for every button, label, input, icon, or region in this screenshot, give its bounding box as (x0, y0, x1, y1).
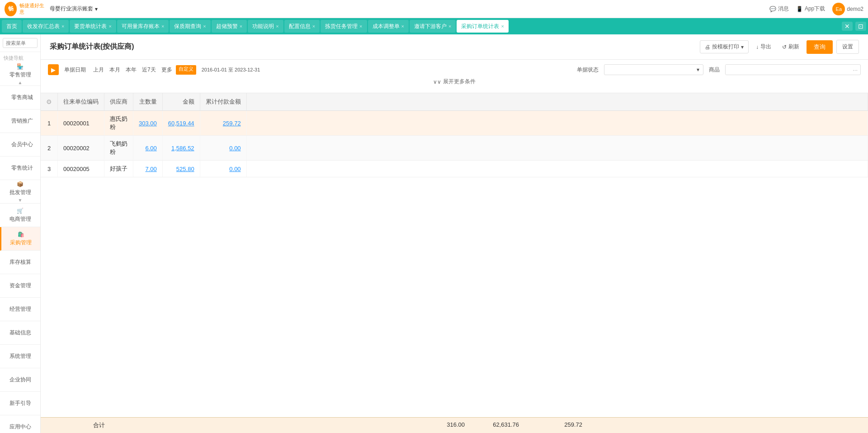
query-label: 查询 (814, 43, 826, 50)
inventory-check-label: 库存核算 (9, 258, 31, 266)
tab-overstock-close[interactable]: × (240, 24, 242, 29)
sidebar-item-enterprise-coop[interactable]: 企业协同 (0, 368, 40, 392)
filter-collapse-btn[interactable]: ▶ (48, 64, 59, 75)
tab-receive-send-label: 收发存汇总表 (27, 23, 60, 30)
shortcut-last-month[interactable]: 上月 (91, 65, 106, 75)
sidebar-item-member-center[interactable]: 会员中心 (0, 133, 40, 157)
goods-input[interactable] (726, 65, 850, 75)
row-amount[interactable]: 525.80 (162, 161, 200, 177)
sidebar-item-inventory-check[interactable]: 库存核算 (0, 251, 40, 274)
sidebar-item-basic-info[interactable]: 基础信息 (0, 321, 40, 345)
tab-purchase-stat-close[interactable]: × (501, 24, 504, 29)
custom-tag[interactable]: 自定义 (176, 65, 196, 75)
table-wrapper[interactable]: ⚙ 往来单位编码 供应商 主数量 金额 累计付款金额 1 00020001 惠氏… (41, 93, 868, 417)
gear-icon[interactable]: ⚙ (46, 98, 52, 105)
tab-expiry-query-label: 保质期查询 (174, 23, 201, 30)
search-input[interactable] (3, 38, 38, 48)
sidebar-item-app-center[interactable]: 应用中心 (0, 415, 40, 433)
refresh-button[interactable]: ↺ 刷新 (778, 41, 803, 53)
message-btn[interactable]: 💬 消息 (769, 5, 789, 13)
status-dropdown-icon (697, 67, 699, 73)
tab-inventory-book[interactable]: 可用量库存账本 × (117, 20, 169, 33)
nav-close-btn[interactable]: ✕ (842, 22, 853, 31)
tab-config-info-close[interactable]: × (312, 24, 315, 29)
collapse-icon: ▶ (51, 67, 56, 73)
user-btn[interactable]: Ea demo2 (832, 3, 863, 15)
tab-expiry-query[interactable]: 保质期查询 × (170, 20, 210, 33)
tab-home[interactable]: 首页 (2, 20, 22, 33)
tab-expiry-query-close[interactable]: × (203, 24, 206, 29)
sidebar-item-ecom-mgmt[interactable]: 🛒 电商管理 (0, 204, 40, 227)
logo-text: 畅捷通好生意 (19, 3, 45, 14)
app-download-btn[interactable]: 📱 App下载 (796, 5, 825, 13)
sidebar-item-finance-mgmt[interactable]: 资金管理 (0, 274, 40, 298)
member-center-label: 会员中心 (11, 141, 33, 148)
row-qty[interactable]: 7.00 (133, 161, 163, 177)
workspace-selector[interactable]: 母婴行业演示账套 (50, 5, 765, 13)
retail-stat-label: 零售统计 (11, 164, 33, 172)
ecom-mgmt-label: 电商管理 (9, 215, 31, 223)
sidebar-item-marketing[interactable]: 营销推广 (0, 109, 40, 133)
tab-config-info-label: 配置信息 (289, 23, 311, 30)
sidebar-item-purchase-mgmt[interactable]: 🛍️ 采购管理 (0, 227, 40, 251)
row-paid[interactable]: 0.00 (200, 136, 246, 161)
tab-receive-send-close[interactable]: × (61, 24, 64, 29)
tab-cost-adjust[interactable]: 成本调整单 × (368, 20, 409, 33)
table-row: 1 00020001 惠氏奶粉 303.00 60,519.44 259.72 (41, 111, 868, 136)
shortcut-this-month[interactable]: 本月 (108, 65, 122, 75)
nav-right-icons: ✕ ⊡ (842, 22, 866, 31)
sidebar-item-retail-store[interactable]: 零售商城 (0, 86, 40, 109)
tab-func-desc[interactable]: 功能说明 × (248, 20, 283, 33)
goods-label: 商品 (709, 66, 720, 74)
sidebar: 快捷导航 🏪 零售管理 ▲ 零售商城 营销推广 会员中心 零售统计 📦 批发管理… (0, 34, 41, 433)
tab-func-desc-close[interactable]: × (276, 24, 278, 29)
col-amount: 金额 (162, 93, 200, 111)
print-button[interactable]: 🖨 按模板打印 (700, 40, 749, 53)
status-select[interactable] (604, 64, 703, 75)
row-amount[interactable]: 1,586.52 (162, 136, 200, 161)
goods-input-more-icon[interactable]: ··· (850, 67, 860, 73)
row-qty[interactable]: 303.00 (133, 111, 163, 136)
row-amount[interactable]: 60,519.44 (162, 111, 200, 136)
sidebar-item-new-guide[interactable]: 新手引导 (0, 392, 40, 415)
wholesale-mgmt-label: 批发管理 (9, 189, 31, 196)
row-extra (246, 111, 868, 136)
tab-pick-task[interactable]: 拣货任务管理 × (321, 20, 367, 33)
row-paid[interactable]: 0.00 (200, 161, 246, 177)
settings-label: 设置 (842, 43, 853, 50)
shortcut-more[interactable]: 更多 (160, 65, 174, 75)
sidebar-item-ops-mgmt[interactable]: 经营管理 (0, 298, 40, 321)
sidebar-item-retail-mgmt[interactable]: 🏪 零售管理 ▲ (0, 62, 40, 86)
tab-purchase-stat[interactable]: 采购订单统计表 × (457, 20, 508, 33)
shortcut-this-year[interactable]: 本年 (124, 65, 138, 75)
row-supplier: 惠氏奶粉 (104, 111, 133, 136)
sidebar-item-wholesale-mgmt[interactable]: 📦 批发管理 ▼ (0, 180, 40, 204)
footer-qty: 316.00 (425, 421, 470, 429)
expand-more-btn[interactable]: ∨∨ 展开更多条件 (433, 78, 476, 86)
settings-button[interactable]: 设置 (836, 40, 859, 54)
header-actions: 🖨 按模板打印 ↓ 导出 ↺ 刷新 查询 设置 (700, 40, 859, 54)
query-button[interactable]: 查询 (807, 40, 833, 54)
export-button[interactable]: ↓ 导出 (752, 41, 775, 53)
shortcut-last-7-days[interactable]: 近7天 (140, 65, 158, 75)
sidebar-item-sys-mgmt[interactable]: 系统管理 (0, 345, 40, 368)
tab-invite-customer[interactable]: 邀请下游客户 × (410, 20, 456, 33)
row-paid[interactable]: 259.72 (200, 111, 246, 136)
tab-invite-customer-close[interactable]: × (448, 24, 451, 29)
retail-mgmt-icon: 🏪 (17, 63, 24, 70)
nav-restore-btn[interactable]: ⊡ (855, 22, 866, 31)
filter-area: ▶ 单据日期 上月 本月 本年 近7天 更多 自定义 2016-01-01 至 … (41, 60, 868, 93)
tab-overstock[interactable]: 超储预警 × (212, 20, 247, 33)
tab-inventory-book-close[interactable]: × (161, 24, 164, 29)
sidebar-item-retail-stat[interactable]: 零售统计 (0, 157, 40, 180)
print-icon: 🖨 (705, 44, 710, 50)
tab-cost-adjust-close[interactable]: × (401, 24, 404, 29)
tab-order-stat[interactable]: 要货单统计表 × (70, 20, 116, 33)
logo-area: 畅 畅捷通好生意 (5, 2, 45, 16)
tab-pick-task-close[interactable]: × (359, 24, 362, 29)
row-qty[interactable]: 6.00 (133, 136, 163, 161)
col-qty: 主数量 (133, 93, 163, 111)
tab-order-stat-close[interactable]: × (108, 24, 111, 29)
tab-config-info[interactable]: 配置信息 × (284, 20, 320, 33)
tab-receive-send[interactable]: 收发存汇总表 × (23, 20, 69, 33)
